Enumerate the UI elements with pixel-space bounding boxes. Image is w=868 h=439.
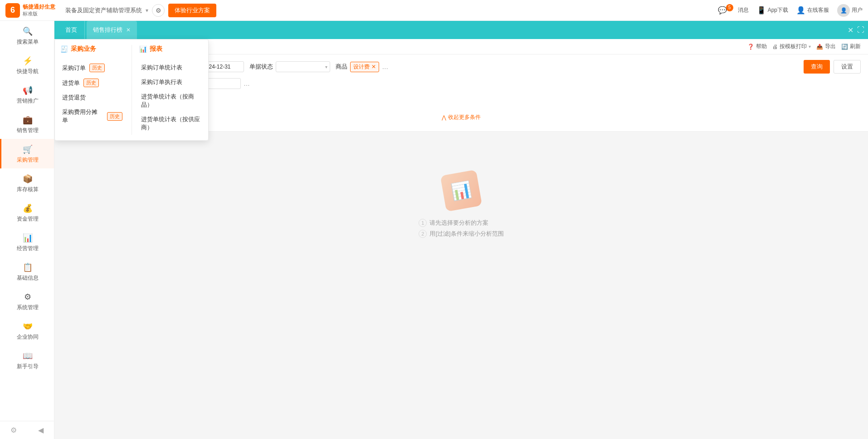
empty-state: 📊 1 请先选择要分析的方案 2 用[过滤]条件来缩小分析范围 <box>54 132 868 274</box>
sidebar-item-inventory[interactable]: 📦 库存核算 <box>0 168 54 198</box>
marketing-icon: 📢 <box>23 85 33 95</box>
sidebar-item-system[interactable]: ⚙ 系统管理 <box>0 286 54 316</box>
dropdown-item-report3[interactable]: 进货单统计表（按商品） <box>139 89 203 112</box>
system-title-area: 装备及固定资产辅助管理系统 ▾ ⚙ 体验行业方案 <box>60 4 718 17</box>
print-label: 按模板打印 <box>780 43 807 50</box>
sales-icon: 💼 <box>23 115 33 125</box>
sidebar-item-purchase[interactable]: 🛒 采购管理 <box>0 139 54 168</box>
sidebar-collapse-btn[interactable]: ◀ <box>38 426 44 434</box>
sidebar-item-sales[interactable]: 💼 销售管理 <box>0 109 54 139</box>
content-area: 首页 销售排行榜 ✕ ✕ ⛶ 🧾 采购业务 <box>54 21 868 439</box>
print-dropdown-icon: ▾ <box>809 44 811 49</box>
settings-gear-btn[interactable]: ⚙ <box>152 4 165 17</box>
order-status-select-wrapper <box>276 61 330 72</box>
sidebar-item-search[interactable]: 🔍 搜索菜单 <box>0 21 54 50</box>
export-label: 导出 <box>825 43 836 50</box>
sidebar-item-label: 库存核算 <box>17 186 39 193</box>
dropdown-purchase-col: 🧾 采购业务 采购订单 历史 进货单 历史 进货退货 <box>55 45 130 135</box>
tab-active[interactable]: 销售排行榜 ✕ <box>87 21 137 39</box>
sidebar-settings-btn[interactable]: ⚙ <box>10 426 17 434</box>
dropdown-purchase-title: 🧾 采购业务 <box>60 45 124 56</box>
item-label: 采购订单 <box>62 64 86 72</box>
user-btn[interactable]: 👤 用户 <box>837 4 863 17</box>
system-icon: ⚙ <box>24 292 31 302</box>
refresh-label: 刷新 <box>850 43 861 50</box>
print-btn[interactable]: 🖨 按模板打印 ▾ <box>772 43 811 50</box>
sidebar-item-operations[interactable]: 📊 经营管理 <box>0 227 54 257</box>
dropdown-item-incoming[interactable]: 进货单 历史 <box>60 75 124 90</box>
tab-bar-right: ✕ ⛶ <box>848 26 864 35</box>
dropdown-report-title: 📊 报表 <box>139 45 203 56</box>
tab-home[interactable]: 首页 <box>58 21 85 39</box>
sidebar-item-label: 采购管理 <box>17 156 39 164</box>
dropdown-item-purchase-order[interactable]: 采购订单 历史 <box>60 60 124 75</box>
logo-area: 6 畅捷通好生意 标准版 <box>5 3 60 18</box>
avatar: 👤 <box>837 4 850 17</box>
action-buttons: 查询 设置 <box>804 60 861 74</box>
logo-text: 畅捷通好生意 标准版 <box>23 4 55 17</box>
order-status-label: 单据状态 <box>249 63 273 71</box>
sidebar-item-cooperation[interactable]: 🤝 企业协同 <box>0 316 54 345</box>
tab-bar-close-icon[interactable]: ✕ <box>848 26 853 35</box>
app-download-btn[interactable]: 📱 App下载 <box>757 6 788 15</box>
hist-badge: 历史 <box>83 79 99 87</box>
refresh-btn[interactable]: 🔄 刷新 <box>841 43 861 50</box>
goods-filter-group: 商品 设计费 ✕ … <box>336 62 388 72</box>
sidebar-item-label: 搜索菜单 <box>17 38 39 46</box>
query-btn[interactable]: 查询 <box>804 60 830 74</box>
tab-bar-expand-icon[interactable]: ⛶ <box>857 26 864 34</box>
order-status-group: 单据状态 <box>249 61 330 72</box>
hint-text-2: 用[过滤]条件来缩小分析范围 <box>429 230 503 238</box>
dropdown-menu: 🧾 采购业务 采购订单 历史 进货单 历史 进货退货 <box>54 39 209 141</box>
service-icon: 👤 <box>796 6 805 15</box>
message-btn[interactable]: 💬 5 消息 <box>718 6 749 15</box>
inventory-icon: 📦 <box>23 174 33 184</box>
sidebar: 🔍 搜索菜单 ⚡ 快捷导航 📢 营销推广 💼 销售管理 🛒 采购管理 📦 库存核… <box>0 21 54 439</box>
sidebar-item-label: 销售管理 <box>17 127 39 134</box>
goods-label: 商品 <box>336 63 347 71</box>
help-btn[interactable]: ❓ 帮助 <box>747 43 767 50</box>
tab-close-btn[interactable]: ✕ <box>126 27 131 33</box>
industry-btn[interactable]: 体验行业方案 <box>168 4 216 17</box>
goods-tag-close[interactable]: ✕ <box>371 64 376 70</box>
sidebar-item-base-info[interactable]: 📋 基础信息 <box>0 257 54 286</box>
sidebar-item-guide[interactable]: 📖 新手引导 <box>0 345 54 375</box>
export-btn[interactable]: 📤 导出 <box>816 43 836 50</box>
top-bar: 6 畅捷通好生意 标准版 装备及固定资产辅助管理系统 ▾ ⚙ 体验行业方案 💬 … <box>0 0 868 21</box>
logo-icon: 6 <box>5 3 20 18</box>
search-icon: 🔍 <box>23 26 33 36</box>
app-download-label: App下载 <box>768 6 788 14</box>
user-label: 用户 <box>852 6 863 14</box>
purchase-title-text: 采购业务 <box>71 45 96 53</box>
salesperson-ellipsis[interactable]: … <box>244 80 250 87</box>
dropdown-item-return[interactable]: 进货退货 <box>60 90 124 105</box>
dropdown-item-report1[interactable]: 采购订单统计表 <box>139 60 203 75</box>
empty-hint: 1 请先选择要分析的方案 2 用[过滤]条件来缩小分析范围 <box>419 219 503 238</box>
message-icon: 💬 <box>718 6 727 15</box>
report-title-text: 报表 <box>150 45 162 53</box>
collapse-label: 收起更多条件 <box>448 113 481 121</box>
online-service-label: 在线客服 <box>807 6 829 14</box>
dropdown-cols: 🧾 采购业务 采购订单 历史 进货单 历史 进货退货 <box>55 45 208 135</box>
tab-active-label: 销售排行榜 <box>93 26 122 34</box>
item-label: 进货单 <box>62 79 80 87</box>
order-status-select[interactable] <box>276 61 330 72</box>
goods-ellipsis-btn[interactable]: … <box>382 63 388 70</box>
sidebar-item-marketing[interactable]: 📢 营销推广 <box>0 80 54 109</box>
online-service-btn[interactable]: 👤 在线客服 <box>796 6 829 15</box>
hint-num-2: 2 <box>419 230 427 238</box>
report-title-icon: 📊 <box>139 45 147 53</box>
item-label: 采购费用分摊单 <box>62 108 103 124</box>
goods-tag-text: 设计费 <box>353 63 370 71</box>
sidebar-item-finance[interactable]: 💰 资金管理 <box>0 198 54 227</box>
system-dropdown-btn[interactable]: ▾ <box>146 7 148 14</box>
purchase-title-icon: 🧾 <box>60 45 68 53</box>
hist-badge: 历史 <box>107 112 122 121</box>
dropdown-item-report4[interactable]: 进货单统计表（按供应商） <box>139 112 203 135</box>
base-info-icon: 📋 <box>23 262 33 272</box>
sidebar-item-nav[interactable]: ⚡ 快捷导航 <box>0 50 54 80</box>
dropdown-item-expense[interactable]: 采购费用分摊单 历史 <box>60 105 124 128</box>
dropdown-report-col: 📊 报表 采购订单统计表 采购订单执行表 进货单统计表（按商品） 进货单统计表（… <box>134 45 209 135</box>
setting-btn[interactable]: 设置 <box>834 60 861 74</box>
dropdown-item-report2[interactable]: 采购订单执行表 <box>139 75 203 89</box>
